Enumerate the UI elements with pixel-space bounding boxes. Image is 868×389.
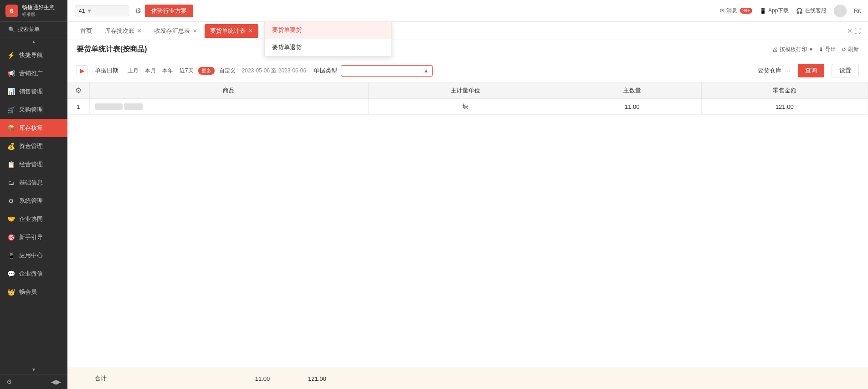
header-right: ✉ 消息 99+ 📱 App下载 🎧 在线客服 Rit xyxy=(720,5,861,17)
scroll-down-btn[interactable]: ▼ xyxy=(30,365,38,374)
quick-nav-icon: ⚡ xyxy=(6,51,15,60)
sidebar-item-system[interactable]: ⚙ 系统管理 xyxy=(0,192,67,210)
date-opt-this-year[interactable]: 本年 xyxy=(160,66,175,76)
page-header: 要货单统计表(按商品) 🖨 按模板打印 ▼ ⬇ 导出 ↺ 刷新 xyxy=(67,40,868,59)
search-menu[interactable]: 🔍 搜索菜单 xyxy=(0,22,67,37)
tab-batch-account[interactable]: 库存批次账 ✕ xyxy=(99,24,147,38)
sidebar-item-purchase[interactable]: 🛒 采购管理 xyxy=(0,101,67,119)
tabs-bar: 首页 库存批次账 ✕ 收发存汇总表 ✕ 要货单统计表 ✕ ✕ ⛶ xyxy=(67,22,868,40)
query-btn[interactable]: 查询 xyxy=(798,64,824,77)
message-icon: ✉ xyxy=(720,8,724,14)
tab-close-all-icon[interactable]: ✕ xyxy=(847,27,853,35)
sidebar-item-operations[interactable]: 📋 经营管理 xyxy=(0,155,67,174)
type-filter-input[interactable]: ▲ xyxy=(341,65,433,77)
th-settings[interactable]: ⚙ xyxy=(67,82,89,99)
enterprise-icon: 🤝 xyxy=(6,215,15,224)
date-opt-last-month[interactable]: 上月 xyxy=(126,66,140,76)
type-dropdown-menu: 要货单要货 要货单退货 xyxy=(264,40,392,56)
date-opt-7days[interactable]: 近7天 xyxy=(178,66,195,76)
user-name: Rit xyxy=(854,8,861,14)
footer-quantity: 11.00 xyxy=(235,373,290,385)
dropdown-item-order-return[interactable]: 要货单退货 xyxy=(265,40,391,56)
sidebar-item-wechat[interactable]: 💬 企业微信 xyxy=(0,265,67,283)
export-btn[interactable]: ⬇ 导出 xyxy=(819,46,836,53)
warehouse-filter-label: 要货仓库 xyxy=(758,67,781,75)
member-icon: 👑 xyxy=(6,287,15,297)
tab-collection-summary[interactable]: 收发存汇总表 ✕ xyxy=(149,24,203,38)
app-download-btn[interactable]: 📱 App下载 xyxy=(760,7,789,15)
refresh-btn[interactable]: ↺ 刷新 xyxy=(842,46,859,53)
trial-btn[interactable]: 体验行业方案 xyxy=(145,5,193,17)
settings-icon[interactable]: ⚙ xyxy=(6,378,12,385)
tab-order-summary[interactable]: 要货单统计表 ✕ xyxy=(205,24,258,38)
sidebar-item-inventory[interactable]: 📦 库存核算 xyxy=(0,119,67,137)
page-area: 要货单统计表(按商品) 🖨 按模板打印 ▼ ⬇ 导出 ↺ 刷新 ▶ xyxy=(67,40,868,389)
store-selector[interactable]: 41 ▼ xyxy=(75,5,129,16)
cell-quantity: 11.00 xyxy=(563,99,701,115)
store-arrow-icon: ▼ xyxy=(87,8,92,14)
search-icon: 🔍 xyxy=(8,26,15,33)
date-opt-custom[interactable]: 自定义 xyxy=(217,66,237,76)
th-quantity: 主数量 xyxy=(563,82,701,99)
sidebar-item-finance[interactable]: 💰 资金管理 xyxy=(0,137,67,155)
header-gear-icon[interactable]: ⚙ xyxy=(135,6,141,15)
print-template-btn[interactable]: 🖨 按模板打印 ▼ xyxy=(772,46,813,53)
tab-close-collection[interactable]: ✕ xyxy=(193,28,197,34)
inventory-icon: 📦 xyxy=(6,123,15,133)
top-header: 41 ▼ ⚙ 体验行业方案 ✉ 消息 99+ 📱 App下载 🎧 在线客服 Ri… xyxy=(67,0,868,22)
date-opt-more[interactable]: 更多 xyxy=(198,67,215,75)
scroll-up-btn[interactable]: ▲ xyxy=(30,37,38,46)
user-avatar[interactable] xyxy=(834,5,847,17)
message-badge: 99+ xyxy=(740,8,752,14)
service-icon: 🎧 xyxy=(796,8,803,14)
sidebar-item-enterprise[interactable]: 🤝 企业协同 xyxy=(0,210,67,228)
sidebar-item-sales[interactable]: 📊 销售管理 xyxy=(0,82,67,101)
print-arrow-icon: ▼ xyxy=(809,47,813,52)
set-btn[interactable]: 设置 xyxy=(832,64,859,77)
cell-amount: 121.00 xyxy=(701,99,868,115)
table-row: 1 块 11.00 121.00 xyxy=(67,99,868,115)
tab-close-batch[interactable]: ✕ xyxy=(137,28,142,34)
tab-close-order[interactable]: ✕ xyxy=(248,28,253,34)
tab-expand-icon[interactable]: ⛶ xyxy=(854,27,861,35)
filter-type-section: 单据类型 ▲ xyxy=(313,65,750,77)
marketing-icon: 📢 xyxy=(6,69,15,78)
basic-info-icon: 🗂 xyxy=(6,178,15,187)
cell-product xyxy=(89,99,368,115)
date-opt-this-month[interactable]: 本月 xyxy=(143,66,158,76)
date-filter-label: 单据日期 xyxy=(95,67,118,75)
footer-empty xyxy=(67,376,89,381)
sidebar-item-marketing[interactable]: 📢 营销推广 xyxy=(0,64,67,82)
footer-amount: 121.00 xyxy=(290,373,344,385)
tab-home[interactable]: 首页 xyxy=(75,24,98,38)
purchase-icon: 🛒 xyxy=(6,105,15,114)
sidebar-scroll-down-area: ▼ xyxy=(0,365,67,374)
message-btn[interactable]: ✉ 消息 99+ xyxy=(720,7,752,15)
sidebar-item-member[interactable]: 👑 畅会员 xyxy=(0,283,67,301)
main-content: 41 ▼ ⚙ 体验行业方案 ✉ 消息 99+ 📱 App下载 🎧 在线客服 Ri… xyxy=(67,0,868,389)
table-footer: 合计 11.00 121.00 xyxy=(67,368,868,389)
filter-row: ▶ 单据日期 上月 本月 本年 近7天 更多 自定义 2023-05-06 至 … xyxy=(67,59,868,82)
app-logo: 6 畅捷通好生意 标准版 xyxy=(0,0,67,22)
footer-unit-empty xyxy=(180,376,235,381)
filter-expand-btn[interactable]: ▶ xyxy=(77,65,87,76)
footer-label: 合计 xyxy=(89,372,180,385)
type-chevron-icon: ▲ xyxy=(423,67,429,74)
refresh-icon: ↺ xyxy=(842,46,846,53)
cell-no: 1 xyxy=(67,99,89,115)
collapse-icon[interactable]: ◀▶ xyxy=(51,378,61,385)
print-icon: 🖨 xyxy=(772,46,778,53)
sidebar-item-app-center[interactable]: 📱 应用中心 xyxy=(0,246,67,265)
online-service-btn[interactable]: 🎧 在线客服 xyxy=(796,7,827,15)
app-center-icon: 📱 xyxy=(6,251,15,260)
sidebar-item-basic-info[interactable]: 🗂 基础信息 xyxy=(0,174,67,192)
product-name-placeholder xyxy=(95,103,123,110)
type-filter-field[interactable] xyxy=(345,67,421,74)
th-unit: 主计量单位 xyxy=(368,82,563,99)
warehouse-more-icon[interactable]: ··· xyxy=(785,67,791,74)
th-amount: 零售金额 xyxy=(701,82,868,99)
filter-warehouse-section: 要货仓库 ··· xyxy=(758,67,791,75)
table-settings-icon[interactable]: ⚙ xyxy=(75,87,82,94)
sidebar-item-quick-nav[interactable]: ⚡ 快捷导航 xyxy=(0,46,67,64)
sidebar-item-guide[interactable]: 🎯 新手引导 xyxy=(0,228,67,246)
